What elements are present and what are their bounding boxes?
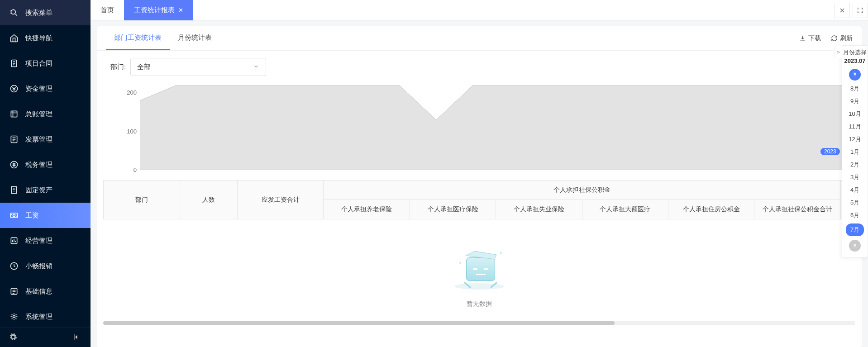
month-prev-button[interactable] (849, 69, 861, 81)
sidebar-item-label: 快捷导航 (25, 34, 52, 43)
sidebar-item-label: 系统管理 (25, 313, 52, 321)
table-scroll[interactable]: 部门 人数 应发工资合计 个人承担社保公积金 公司承担 个人承担养老保险个人承担… (103, 180, 855, 219)
sub-tab-0[interactable]: 部门工资统计表 (106, 26, 170, 50)
tab-bar: 首页工资统计报表✕ (91, 0, 868, 21)
building-icon (9, 185, 19, 195)
month-option-9月[interactable]: 9月 (842, 95, 868, 108)
sidebar-item-2[interactable]: 项目合同 (0, 51, 91, 76)
gear-icon[interactable] (9, 333, 18, 342)
y-tick-label: 0 (119, 166, 137, 173)
month-option-6月[interactable]: 6月 (842, 209, 868, 222)
y-tick-label: 100 (119, 128, 137, 135)
month-option-5月[interactable]: 5月 (842, 196, 868, 209)
month-option-11月[interactable]: 11月 (842, 120, 868, 133)
collapse-sidebar-icon[interactable] (72, 333, 81, 342)
reimburse-icon (9, 261, 19, 271)
tab-1[interactable]: 工资统计报表✕ (124, 0, 193, 20)
empty-text: 暂无数据 (467, 300, 492, 308)
chart: 0100200 (110, 81, 848, 176)
month-option-3月[interactable]: 3月 (842, 171, 868, 184)
info-icon (9, 286, 19, 296)
sidebar-item-4[interactable]: 总账管理 (0, 101, 91, 127)
month-next-button[interactable] (849, 240, 861, 252)
month-option-1月[interactable]: 1月2023 (842, 146, 868, 158)
svg-rect-6 (11, 187, 17, 194)
invoice-icon (9, 134, 19, 144)
th-sub-2: 个人承担失业保险 (496, 200, 582, 219)
th-dept: 部门 (104, 181, 180, 219)
month-option-7月[interactable]: 7月 (846, 223, 864, 236)
th-sub-0: 个人承担养老保险 (324, 200, 410, 219)
sidebar-item-label: 发票管理 (25, 135, 52, 144)
sidebar-item-12[interactable]: 系统管理 (0, 304, 91, 327)
main: 首页工资统计报表✕ 部门工资统计表月份统计表 下载 (91, 0, 868, 347)
sidebar-item-label: 总账管理 (25, 110, 52, 119)
tab-label: 首页 (100, 6, 114, 14)
content-card: 部门工资统计表月份统计表 下载 刷新 部门: 全部 (97, 26, 862, 347)
sidebar-item-9[interactable]: 经营管理 (0, 228, 91, 253)
y-tick-label: 200 (119, 89, 137, 96)
tab-0[interactable]: 首页 (91, 0, 124, 20)
sidebar-item-label: 资金管理 (25, 85, 52, 93)
sidebar-item-7[interactable]: 固定资产 (0, 177, 91, 203)
filter-row: 部门: 全部 (97, 51, 862, 76)
month-option-10月[interactable]: 10月 (842, 108, 868, 120)
tab-label: 工资统计报表 (134, 6, 175, 14)
refresh-label: 刷新 (840, 34, 853, 43)
sidebar-item-1[interactable]: 快捷导航 (0, 25, 91, 51)
biz-icon (9, 236, 19, 246)
th-gross: 应发工资合计 (238, 181, 324, 219)
month-picker-current: 2023.07 (844, 57, 866, 64)
svg-point-20 (459, 262, 461, 264)
ledger-icon (9, 109, 19, 119)
close-icon[interactable]: ✕ (178, 7, 183, 14)
th-group-personal: 个人承担社保公积金 (324, 181, 840, 200)
month-picker-title: 月份选择 (843, 48, 867, 57)
svg-point-5 (11, 162, 18, 168)
close-all-tabs-button[interactable] (835, 3, 850, 18)
sidebar-item-3[interactable]: 资金管理 (0, 76, 91, 101)
salary-table: 部门 人数 应发工资合计 个人承担社保公积金 公司承担 个人承担养老保险个人承担… (103, 180, 855, 219)
month-picker-collapse[interactable]: » (834, 46, 842, 58)
sidebar-item-label: 固定资产 (25, 186, 52, 195)
sidebar-item-8[interactable]: 工资 (0, 203, 91, 228)
salary-icon (9, 210, 19, 220)
refresh-button[interactable]: 刷新 (831, 34, 853, 43)
svg-point-13 (454, 283, 504, 290)
fullscreen-button[interactable] (853, 3, 868, 18)
month-option-2月[interactable]: 2月 (842, 158, 868, 171)
money-icon (9, 84, 19, 94)
month-picker: » 月份选择 2023.07 8月9月10月11月12月1月20232月3月4月… (842, 45, 868, 257)
th-sub-5: 个人承担社保公积金合计 (754, 200, 840, 219)
sidebar-item-0[interactable]: 搜索菜单 (0, 0, 91, 25)
sidebar-item-label: 基础信息 (25, 287, 52, 296)
dept-select[interactable]: 全部 (130, 58, 266, 76)
sidebar-item-label: 小畅报销 (25, 262, 52, 271)
doc-icon (9, 58, 19, 68)
svg-rect-17 (484, 268, 488, 270)
sub-tab-bar: 部门工资统计表月份统计表 下载 刷新 (97, 26, 862, 51)
month-option-4月[interactable]: 4月 (842, 184, 868, 196)
sidebar-item-5[interactable]: 发票管理 (0, 127, 91, 152)
home-icon (9, 33, 19, 43)
horizontal-scrollbar[interactable] (103, 321, 855, 325)
empty-state: 暂无数据 (97, 219, 862, 317)
sidebar-item-label: 工资 (25, 211, 39, 220)
month-option-8月[interactable]: 8月 (842, 82, 868, 95)
month-option-12月[interactable]: 12月 (842, 133, 868, 146)
sidebar: 搜索菜单快捷导航项目合同资金管理总账管理发票管理税务管理固定资产工资经营管理小畅… (0, 0, 91, 347)
svg-rect-16 (473, 268, 477, 270)
svg-point-8 (13, 214, 15, 217)
dept-select-value: 全部 (137, 63, 151, 71)
search-icon (9, 8, 19, 18)
chevron-down-icon (253, 63, 259, 71)
svg-point-0 (11, 10, 15, 14)
dept-filter-label: 部门: (110, 63, 126, 71)
sidebar-item-11[interactable]: 基础信息 (0, 279, 91, 304)
sidebar-footer (0, 327, 91, 347)
download-button[interactable]: 下载 (799, 34, 821, 43)
sub-tab-1[interactable]: 月份统计表 (170, 26, 220, 50)
sidebar-item-10[interactable]: 小畅报销 (0, 253, 91, 279)
sidebar-item-label: 税务管理 (25, 161, 52, 169)
sidebar-item-6[interactable]: 税务管理 (0, 152, 91, 177)
